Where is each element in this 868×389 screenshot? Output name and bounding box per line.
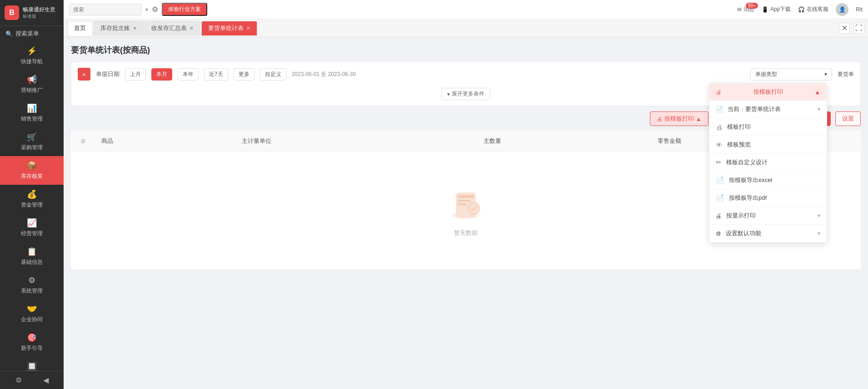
sidebar-collapse-btn[interactable]: ◀ <box>43 376 49 384</box>
empty-text: 暂无数据 <box>454 229 478 237</box>
app-logo: B 畅康通好生意 标准版 <box>0 0 64 26</box>
quick-nav-icon: ⚡ <box>27 46 37 56</box>
tab-close-receipt-summary[interactable]: ✕ <box>190 25 194 31</box>
topbar-settings-icon[interactable]: ⚙ <box>152 5 158 14</box>
set-default-icon: ⚙ <box>716 230 721 237</box>
dropdown-collapse-icon[interactable]: ▲ <box>814 89 820 96</box>
dropdown-header-icon: 🖨 <box>716 89 722 96</box>
tabbar: 首页 库存批次账 ✕ 收发存汇总表 ✕ 要货单统计表 ✕ ✕ ⛶ <box>64 19 868 37</box>
sidebar-item-quick-nav[interactable]: ⚡ 快捷导航 <box>0 41 64 70</box>
dropdown-item-template-preview[interactable]: 👁 模板预览 <box>709 136 827 154</box>
svg-rect-4 <box>458 203 467 205</box>
print-template-button[interactable]: 🖨 按模板打印 ▲ <box>650 111 708 126</box>
print-icon: 🖨 <box>657 116 663 122</box>
dropdown-item-template-custom[interactable]: ✏ 模板自定义设计 <box>709 154 827 172</box>
username-label: Rit <box>856 6 863 13</box>
main-content: ▾ ⚙ 体验行业方案 ✉ 消息 99+ 📱 App下载 🎧 在线客服 👤 Rit… <box>64 0 868 389</box>
dropdown-display-print[interactable]: 🖨 按显示打印 ▾ <box>709 207 827 225</box>
sidebar-footer: ⚙ ◀ <box>0 371 64 389</box>
dropdown-set-default[interactable]: ⚙ 设置默认功能 ▾ <box>709 225 827 242</box>
sales-icon: 📊 <box>27 103 37 113</box>
print-dropdown-menu: 🖨 按模板打印 ▲ 📄 当前：要货单统计表 ▾ 🖨 模板打印 👁 模板预览 <box>709 83 827 243</box>
tabbar-right: ✕ ⛶ <box>839 23 864 34</box>
topbar-right: ✉ 消息 99+ 📱 App下载 🎧 在线客服 👤 Rit <box>737 3 863 16</box>
date-btn-7days[interactable]: 近7天 <box>204 68 228 81</box>
message-badge: 99+ <box>746 3 758 9</box>
basic-icon: 📋 <box>27 247 37 257</box>
dropdown-item-export-excel[interactable]: 📄 按模板导出excel <box>709 172 827 189</box>
online-service-icon: 🎧 <box>798 6 805 13</box>
search-menu[interactable]: 🔍 搜索菜单 <box>0 26 64 41</box>
dropdown-header: 🖨 按模板打印 ▲ <box>709 83 827 101</box>
settings-button[interactable]: 设置 <box>835 111 861 126</box>
close-tab-btn[interactable]: ✕ <box>839 23 850 34</box>
system-icon: ⚙ <box>28 275 35 285</box>
topbar-chevron-icon[interactable]: ▾ <box>145 6 148 13</box>
marketing-icon: 📢 <box>27 75 37 85</box>
table-column-settings-button[interactable]: ⚙ <box>78 136 89 147</box>
tab-receipt-summary[interactable]: 收发存汇总表 ✕ <box>145 21 200 35</box>
tab-close-inventory-batch[interactable]: ✕ <box>133 25 137 31</box>
dropdown-item-export-pdf[interactable]: 📄 按模板导出pdf <box>709 189 827 207</box>
print-chevron-up-icon: ▲ <box>696 116 702 122</box>
display-print-arrow: ▾ <box>818 212 820 219</box>
sidebar-nav: ⚡ 快捷导航 📢 营销推广 📊 销售管理 🛒 采购管理 📦 库存核算 💰 资金管… <box>0 41 64 371</box>
date-btn-this-year[interactable]: 本年 <box>178 68 199 81</box>
order-goods-label: 要货单 <box>838 71 854 78</box>
template-custom-icon: ✏ <box>716 158 722 167</box>
date-range-display: 2023-06-01 至 2023-06-30 <box>292 71 356 78</box>
purchase-icon: 🛒 <box>27 132 37 142</box>
svg-rect-3 <box>458 200 470 202</box>
maximize-btn[interactable]: ⛶ <box>853 23 864 34</box>
date-label: 单据日期 <box>96 70 120 78</box>
svg-point-6 <box>469 204 479 213</box>
guide-icon: 🎯 <box>27 333 37 343</box>
sidebar-item-purchase[interactable]: 🛒 采购管理 <box>0 127 64 156</box>
expand-icon: ▾ <box>447 91 450 97</box>
topbar-search-input[interactable] <box>69 4 142 15</box>
sidebar-settings-btn[interactable]: ⚙ <box>15 376 22 384</box>
tab-inventory-batch[interactable]: 库存批次账 ✕ <box>94 21 144 35</box>
sidebar-item-basic[interactable]: 📋 基础信息 <box>0 242 64 271</box>
sidebar-item-finance[interactable]: 💰 资金管理 <box>0 185 64 213</box>
online-service-button[interactable]: 🎧 在线客服 <box>798 5 828 13</box>
app-download-icon: 📱 <box>762 6 768 13</box>
promo-button[interactable]: 体验行业方案 <box>162 3 207 16</box>
template-preview-icon: 👁 <box>716 141 723 149</box>
message-button[interactable]: ✉ 消息 99+ <box>737 5 754 13</box>
date-btn-this-month[interactable]: 本月 <box>151 68 172 81</box>
sidebar-item-sales[interactable]: 📊 销售管理 <box>0 99 64 127</box>
sidebar-item-enterprise[interactable]: 🤝 企业协同 <box>0 299 64 328</box>
topbar: ▾ ⚙ 体验行业方案 ✉ 消息 99+ 📱 App下载 🎧 在线客服 👤 Rit <box>64 0 868 19</box>
sidebar-item-inventory[interactable]: 📦 库存核算 <box>0 156 64 185</box>
tab-close-order-stats[interactable]: ✕ <box>246 25 250 31</box>
sidebar-item-guide[interactable]: 🎯 新手引导 <box>0 328 64 357</box>
tab-home[interactable]: 首页 <box>67 21 93 35</box>
svg-rect-2 <box>458 195 474 198</box>
display-print-icon: 🖨 <box>716 212 722 219</box>
filter-toggle-button[interactable]: « <box>78 68 90 81</box>
page-content: 要货单统计表(按商品) « 单据日期 上月 本月 本年 近7天 更多 自定义 2… <box>64 37 868 389</box>
app-download-button[interactable]: 📱 App下载 <box>762 5 791 13</box>
sidebar-item-marketing[interactable]: 📢 营销推广 <box>0 70 64 99</box>
expand-filter-button[interactable]: ▾ 展开更多条件 <box>441 88 490 100</box>
dropdown-item-template-print[interactable]: 🖨 模板打印 <box>709 118 827 136</box>
search-icon: 🔍 <box>5 30 13 37</box>
current-template-arrow: ▾ <box>818 106 820 112</box>
inventory-icon: 📦 <box>27 161 37 171</box>
dropdown-current-template[interactable]: 📄 当前：要货单统计表 ▾ <box>709 101 827 118</box>
template-print-icon: 🖨 <box>716 123 723 131</box>
apps-icon: 🔲 <box>27 361 37 371</box>
date-btn-custom[interactable]: 自定义 <box>260 68 286 81</box>
tab-order-stats[interactable]: 要货单统计表 ✕ <box>201 21 257 35</box>
date-btn-prev-month[interactable]: 上月 <box>125 68 146 81</box>
dropdown-title: 按模板打印 <box>753 88 783 96</box>
finance-icon: 💰 <box>27 189 37 199</box>
date-btn-more[interactable]: 更多 <box>234 68 254 81</box>
sidebar-item-system[interactable]: ⚙ 系统管理 <box>0 271 64 299</box>
order-type-select[interactable]: 单据类型 ▾ <box>750 68 832 81</box>
user-avatar[interactable]: 👤 <box>836 3 848 16</box>
empty-state-icon <box>443 183 489 229</box>
sidebar-item-operations[interactable]: 📈 经营管理 <box>0 213 64 242</box>
sidebar-item-apps[interactable]: 🔲 应用中心 <box>0 357 64 371</box>
